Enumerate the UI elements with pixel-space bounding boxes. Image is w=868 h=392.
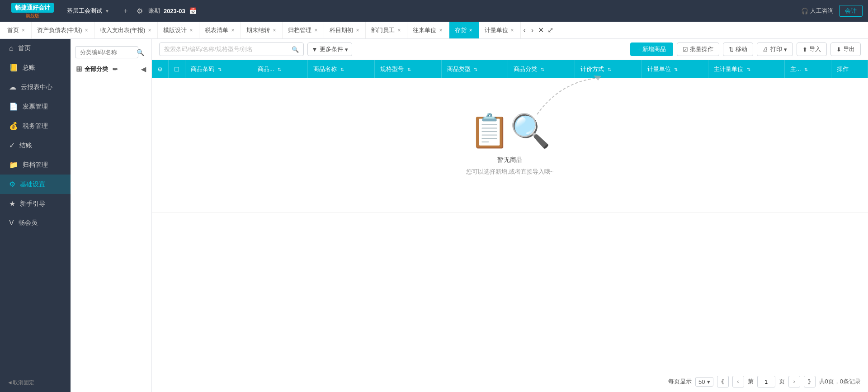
th-main-abbr[interactable]: 主... ⇅ <box>784 60 831 78</box>
tab-period-close[interactable]: × <box>272 27 277 33</box>
tab-template-label: 模版设计 <box>163 26 187 34</box>
tab-tax-close[interactable]: × <box>230 27 235 33</box>
invoice-icon: 📄 <box>9 102 18 111</box>
move-btn[interactable]: ⇅ 移动 <box>723 43 753 56</box>
tab-department[interactable]: 部门员工 × <box>366 22 407 38</box>
tab-next-btn[interactable]: › <box>528 22 536 38</box>
tab-unit-close[interactable]: × <box>510 27 515 33</box>
page-last-btn[interactable]: ⟫ <box>804 376 816 387</box>
sidebar-basic-label: 基础设置 <box>20 180 45 189</box>
th-settings[interactable]: ⚙ <box>152 60 169 78</box>
import-icon: ⬆ <box>802 46 807 53</box>
page-prev-btn[interactable]: ‹ <box>732 376 744 387</box>
print-icon: 🖨 <box>763 46 769 53</box>
tab-subject-label: 科目期初 <box>330 26 353 34</box>
tab-period-transfer[interactable]: 期末结转 × <box>241 22 283 38</box>
tab-close-all-btn[interactable]: ✕ <box>536 26 546 34</box>
tab-tax-list[interactable]: 税表清单 × <box>199 22 241 38</box>
import-label: 导入 <box>809 45 821 53</box>
settings-btn[interactable]: ⚙ <box>135 5 145 17</box>
empty-state: 📋🔍 暂无商品 您可以选择新增,或者直接导入哦~ <box>152 78 868 212</box>
tab-home-close[interactable]: × <box>21 27 26 33</box>
th-code[interactable]: 商品... ⇅ <box>252 60 308 78</box>
cloud-icon: ☁ <box>9 83 16 91</box>
table-header-row: ⚙ ☐ 商品条码 ⇅ 商品... ⇅ 商品名称 ⇅ 规格型号 ⇅ 商品类型 ⇅ … <box>152 60 868 78</box>
th-unit[interactable]: 计量单位 ⇅ <box>642 60 708 78</box>
edit-category-icon[interactable]: ✏ <box>113 66 118 73</box>
tab-prev-btn[interactable]: ‹ <box>521 22 528 38</box>
tab-archive[interactable]: 归档管理 × <box>283 22 324 38</box>
category-all-header[interactable]: ⊞ 全部分类 ✏ ◀ <box>71 62 151 76</box>
tab-balance-close[interactable]: × <box>84 27 89 33</box>
tab-income-close[interactable]: × <box>147 27 152 33</box>
th-main-unit[interactable]: 主计量单位 ⇅ <box>708 60 784 78</box>
sidebar-item-reports[interactable]: ☁ 云报表中心 <box>0 77 71 97</box>
chevron-down-icon: ▾ <box>345 46 348 53</box>
account-button[interactable]: 会计 <box>839 5 863 17</box>
app-logo: 畅捷通好会计 旗舰版 <box>5 3 60 19</box>
sidebar-item-tax[interactable]: 💰 税务管理 <box>0 116 71 136</box>
main-search-placeholder: 搜索条码/编码/名称/规格型号/别名 <box>164 45 253 53</box>
tab-home[interactable]: 首页 × <box>2 22 32 38</box>
tab-vendors-label: 往来单位 <box>413 26 436 34</box>
sidebar-item-invoice[interactable]: 📄 发票管理 <box>0 97 71 116</box>
export-btn[interactable]: ⬇ 导出 <box>830 43 861 56</box>
th-checkbox[interactable]: ☐ <box>169 60 185 78</box>
inner-layout: 🔍 ⊞ 全部分类 ✏ ◀ 搜索条码/编码/名称/规格型号/别名 🔍 <box>71 39 868 392</box>
move-label: 移动 <box>736 45 747 53</box>
sidebar-item-home[interactable]: ⌂ 首页 <box>0 39 71 58</box>
sidebar-home-label: 首页 <box>18 44 31 52</box>
sidebar-item-settle[interactable]: ✓ 结账 <box>0 136 71 155</box>
pagination: 每页显示 50 ▾ ⟪ ‹ 第 页 › ⟫ 共0页，0条记录 <box>152 371 868 392</box>
tab-template-close[interactable]: × <box>189 27 193 33</box>
page-next-btn[interactable]: › <box>788 376 800 387</box>
add-product-btn[interactable]: + 新增商品 <box>630 43 673 56</box>
tab-inventory[interactable]: 存货 × <box>449 22 479 38</box>
top-header: 畅捷通好会计 旗舰版 基层工会测试 ▼ ＋ ⚙ 账期 2023-03 📅 🎧 人… <box>0 0 868 22</box>
main-search-input-wrapper[interactable]: 搜索条码/编码/名称/规格型号/别名 🔍 <box>159 43 304 56</box>
export-icon: ⬇ <box>836 46 841 53</box>
tab-subject[interactable]: 科目期初 × <box>324 22 366 38</box>
category-search-input[interactable] <box>75 46 138 58</box>
sidebar-item-member[interactable]: V 畅会员 <box>0 213 71 232</box>
customer-service-label: 人工咨询 <box>810 7 834 15</box>
tab-archive-close[interactable]: × <box>313 27 318 33</box>
customer-service-btn[interactable]: 🎧 人工咨询 <box>801 7 834 15</box>
tab-unit[interactable]: 计量单位 × <box>479 22 521 38</box>
th-name[interactable]: 商品名称 ⇅ <box>308 60 375 78</box>
tab-vendors-close[interactable]: × <box>438 27 443 33</box>
company-selector[interactable]: 基层工会测试 ▼ <box>63 5 113 17</box>
product-table: ⚙ ☐ 商品条码 ⇅ 商品... ⇅ 商品名称 ⇅ 规格型号 ⇅ 商品类型 ⇅ … <box>152 60 868 213</box>
tab-expand-btn[interactable]: ⤢ <box>546 26 555 34</box>
unpin-btn[interactable]: ◄取消固定 <box>0 373 71 392</box>
th-barcode[interactable]: 商品条码 ⇅ <box>185 60 252 78</box>
tab-vendors[interactable]: 往来单位 × <box>407 22 449 38</box>
main-search-icon: 🔍 <box>292 46 299 53</box>
tab-inventory-close[interactable]: × <box>468 27 473 33</box>
sidebar-item-basic[interactable]: ⚙ 基础设置 <box>0 175 71 194</box>
tab-dept-close[interactable]: × <box>396 27 401 33</box>
tab-template[interactable]: 模版设计 × <box>158 22 199 38</box>
more-conditions-btn[interactable]: ▼ 更多条件 ▾ <box>307 43 352 56</box>
tab-balance-sheet[interactable]: 资产负债表(中期) × <box>32 22 95 38</box>
sidebar-item-archive[interactable]: 📁 归档管理 <box>0 155 71 175</box>
calendar-icon[interactable]: 📅 <box>189 7 197 14</box>
category-search-btn[interactable]: 🔍 <box>137 49 144 56</box>
th-spec[interactable]: 规格型号 ⇅ <box>374 60 441 78</box>
sidebar-invoice-label: 发票管理 <box>23 103 48 111</box>
page-number-input[interactable] <box>757 376 775 387</box>
tab-income-report[interactable]: 收入支出表(年报) × <box>95 22 158 38</box>
page-first-btn[interactable]: ⟪ <box>717 376 729 387</box>
batch-op-btn[interactable]: ☑ 批量操作 <box>677 43 719 56</box>
print-btn[interactable]: 🖨 打印 ▾ <box>757 43 793 56</box>
sidebar-item-ledger[interactable]: 📒 总账 <box>0 58 71 77</box>
th-type[interactable]: 商品类型 ⇅ <box>441 60 508 78</box>
company-dropdown-icon: ▼ <box>105 9 109 14</box>
tab-subject-close[interactable]: × <box>355 27 360 33</box>
empty-title: 暂无商品 <box>497 156 523 164</box>
import-btn[interactable]: ⬆ 导入 <box>797 43 827 56</box>
page-size-select[interactable]: 50 ▾ <box>695 377 713 387</box>
collapse-panel-btn[interactable]: ◀ <box>141 66 146 73</box>
sidebar-item-guide[interactable]: ★ 新手引导 <box>0 194 71 213</box>
add-tab-btn[interactable]: ＋ <box>120 5 131 18</box>
